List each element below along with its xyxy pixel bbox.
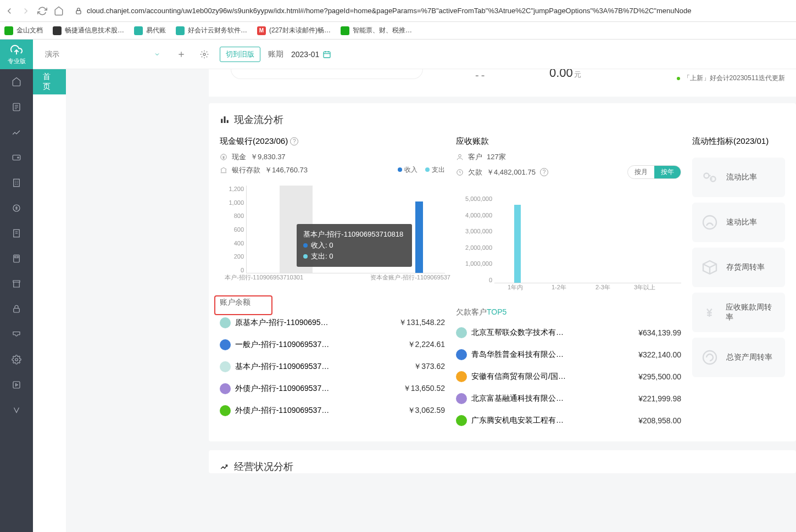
y-axis: 1,200 1,000 800 600 400 200 0 xyxy=(220,186,244,273)
indicator-card[interactable]: 存货周转率 xyxy=(692,248,785,287)
sidebar-report[interactable] xyxy=(0,120,33,145)
debtor-row[interactable]: 青岛华胜普金科技有限公… ¥322,140.00 xyxy=(456,344,681,366)
badge-icon xyxy=(220,405,231,416)
balance-row[interactable]: 一般户-招行-1109069537… ￥2,224.61 xyxy=(220,334,445,356)
receipt-icon xyxy=(12,228,21,238)
settings-button[interactable] xyxy=(197,47,212,62)
badge-icon xyxy=(456,415,467,426)
period-selector[interactable]: 2023-01 xyxy=(291,50,331,59)
cash-bank-column: 现金银行(2023/06) ? 现金 ￥9,830.37 xyxy=(220,136,445,432)
reload-button[interactable] xyxy=(37,6,47,16)
balance-row[interactable]: 原基本户-招行-11090695… ￥131,548.22 xyxy=(220,312,445,334)
indicator-icon xyxy=(700,167,720,187)
debtor-row[interactable]: 安徽有信商贸有限公司/国… ¥295,500.00 xyxy=(456,366,681,388)
liquidity-column: 流动性指标(2023/01) 流动比率 速动比率 存货周转率 应收账款周转率 总… xyxy=(692,136,785,432)
sidebar-assets[interactable] xyxy=(0,170,33,195)
bookmark-icon xyxy=(134,26,143,35)
debtor-row[interactable]: 广东腾安机电安装工程有… ¥208,958.00 xyxy=(456,410,681,432)
help-icon[interactable]: ? xyxy=(290,137,298,145)
bookmark-item[interactable]: M(227封未读邮件)畅… xyxy=(257,26,331,35)
back-button[interactable] xyxy=(4,6,14,16)
bookmark-item[interactable]: 畅捷通信息技术股… xyxy=(53,26,124,35)
debtor-amount: ¥221,999.98 xyxy=(638,394,681,403)
debtor-amount: ¥208,958.00 xyxy=(638,416,681,425)
panel-title: 现金流分析 xyxy=(220,113,785,126)
help-icon[interactable]: ? xyxy=(540,168,548,176)
bookmark-item[interactable]: 金山文档 xyxy=(4,26,43,35)
debtor-name: 北京富基融通科技有限公… xyxy=(471,394,564,404)
document-icon xyxy=(12,102,21,112)
sidebar-funds[interactable] xyxy=(0,145,33,170)
period-toggle[interactable]: 按月 按年 xyxy=(627,165,681,179)
account-amount: ￥131,548.22 xyxy=(399,318,445,328)
bookmark-item[interactable]: 好会计云财务软件… xyxy=(176,26,247,35)
badge-icon xyxy=(456,327,467,338)
sidebar: 专业版 xyxy=(0,40,33,532)
sidebar-voucher[interactable] xyxy=(0,94,33,120)
column-title: 应收账款 xyxy=(456,136,681,147)
trend-icon xyxy=(220,462,230,472)
account-name: 原基本户-招行-11090695… xyxy=(235,318,329,328)
org-selector[interactable]: 演示 xyxy=(40,45,166,64)
column-title: 流动性指标(2023/01) xyxy=(692,136,785,147)
indicator-label: 流动比率 xyxy=(726,172,757,182)
home-button[interactable] xyxy=(54,6,64,16)
bookmark-icon xyxy=(341,26,349,35)
indicator-label: 速动比率 xyxy=(726,217,757,227)
debtor-row[interactable]: 北京互帮联众数字技术有… ¥634,139.99 xyxy=(456,322,681,344)
sidebar-salary[interactable] xyxy=(0,195,33,221)
svg-rect-0 xyxy=(76,10,81,14)
bookmark-item[interactable]: 易代账 xyxy=(134,26,166,35)
sidebar-app[interactable] xyxy=(0,372,33,397)
svg-rect-4 xyxy=(14,179,20,187)
sidebar-logo[interactable]: 专业版 xyxy=(0,40,33,69)
account-amount: ￥3,062.59 xyxy=(408,406,446,416)
sidebar-home[interactable] xyxy=(0,69,33,94)
sidebar-invoice[interactable] xyxy=(0,221,33,246)
badge-icon xyxy=(220,383,231,394)
column-title: 现金银行(2023/06) ? xyxy=(220,136,445,147)
yen-icon xyxy=(220,153,227,161)
news-item[interactable]: 「上新」好会计20230511迭代更新 xyxy=(677,74,785,83)
tab-home[interactable]: 首页 xyxy=(33,69,66,94)
bookmark-item[interactable]: 智能票、财、税推… xyxy=(341,26,412,35)
add-button[interactable] xyxy=(174,47,189,62)
balance-row[interactable]: 外债户-招行-1109069537… ￥13,650.52 xyxy=(220,378,445,400)
badge-icon xyxy=(456,349,467,360)
cloud-upload-icon xyxy=(10,44,23,56)
sidebar-archive[interactable] xyxy=(0,271,33,296)
plus-icon xyxy=(177,50,186,59)
forward-button[interactable] xyxy=(21,6,31,16)
sidebar-v[interactable] xyxy=(0,397,33,423)
indicator-card[interactable]: 流动比率 xyxy=(692,158,785,197)
sidebar-tax[interactable] xyxy=(0,246,33,271)
chart-line-icon xyxy=(12,127,21,137)
play-icon xyxy=(12,380,21,390)
url-text: cloud.chanjet.com/accounting/uw1eb00zy96… xyxy=(87,7,692,15)
sidebar-settings[interactable] xyxy=(0,347,33,372)
svg-point-22 xyxy=(703,216,716,229)
indicator-card[interactable]: 总资产周转率 xyxy=(692,338,785,377)
balance-row[interactable]: 基本户-招行-1109069537… ￥373.62 xyxy=(220,356,445,378)
svg-point-10 xyxy=(15,359,18,361)
bank-chart[interactable]: 1,200 1,000 800 600 400 200 0 xyxy=(220,186,445,290)
account-name: 一般户-招行-1109069537… xyxy=(235,340,329,350)
svg-point-3 xyxy=(18,157,19,158)
switch-old-button[interactable]: 切到旧版 xyxy=(220,47,260,62)
ar-chart[interactable]: 5,000,000 4,000,000 3,000,000 2,000,000 … xyxy=(456,195,681,300)
debtor-row[interactable]: 北京富基融通科技有限公… ¥221,999.98 xyxy=(456,388,681,410)
indicator-label: 存货周转率 xyxy=(726,262,765,272)
indicator-card[interactable]: 速动比率 xyxy=(692,203,785,242)
user-icon xyxy=(456,153,464,161)
chart-bar xyxy=(514,205,521,283)
url-bar[interactable]: cloud.chanjet.com/accounting/uw1eb00zy96… xyxy=(70,7,792,15)
indicator-card[interactable]: 应收账款周转率 xyxy=(692,293,785,332)
panel-title: 经营状况分析 xyxy=(220,460,785,473)
owe-line: 欠款 ￥4,482,001.75 ? xyxy=(456,167,548,177)
debtor-amount: ¥634,139.99 xyxy=(638,328,681,337)
lock-icon xyxy=(75,7,82,15)
sidebar-inbox[interactable] xyxy=(0,322,33,347)
balance-row[interactable]: 外债户-招行-1109069537… ￥3,062.59 xyxy=(220,400,445,422)
chevron-down-icon xyxy=(154,51,160,58)
sidebar-close[interactable] xyxy=(0,296,33,322)
